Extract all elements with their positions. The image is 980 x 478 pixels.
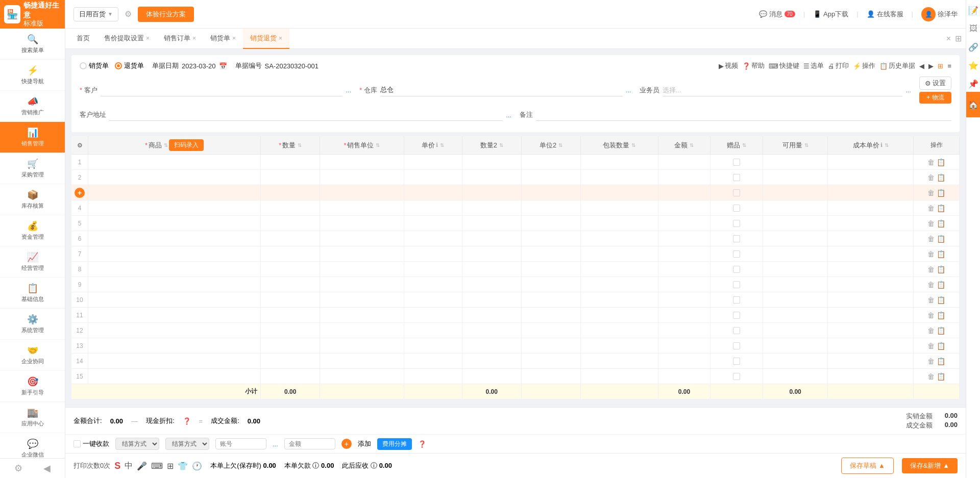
add-payment-btn[interactable]: + bbox=[341, 439, 352, 449]
row-cost-12[interactable] bbox=[828, 323, 914, 338]
amount-input[interactable] bbox=[284, 438, 335, 449]
qty-sort-icon[interactable]: ⇅ bbox=[298, 142, 302, 148]
row-amount-10[interactable] bbox=[658, 292, 710, 308]
row-qty2-9[interactable] bbox=[462, 277, 521, 292]
row-unit2-13[interactable] bbox=[521, 338, 580, 354]
row-price-4[interactable] bbox=[404, 200, 462, 216]
row-gift-13[interactable] bbox=[710, 338, 763, 354]
sidebar-item-system[interactable]: ⚙️系统管理 bbox=[0, 309, 65, 340]
row-price-1[interactable] bbox=[404, 155, 462, 170]
account-number-input[interactable] bbox=[215, 438, 266, 449]
row-qty2-14[interactable] bbox=[462, 354, 521, 369]
sidebar-item-guide[interactable]: 🎯新手引导 bbox=[0, 371, 65, 402]
row-price-3[interactable] bbox=[404, 185, 462, 200]
row-price-7[interactable] bbox=[404, 246, 462, 262]
row-pack-qty-1[interactable] bbox=[581, 155, 658, 170]
row-gift-12[interactable] bbox=[710, 323, 763, 338]
row-pack-qty-13[interactable] bbox=[581, 338, 658, 354]
row-unit2-8[interactable] bbox=[521, 262, 580, 277]
row-unit2-7[interactable] bbox=[521, 246, 580, 262]
price-sort-icon[interactable]: ⇅ bbox=[440, 142, 444, 148]
save-draft-btn[interactable]: 保存草稿 ▲ bbox=[841, 458, 894, 474]
row-qty2-13[interactable] bbox=[462, 338, 521, 354]
row-amount-1[interactable] bbox=[658, 155, 710, 170]
row-amount-12[interactable] bbox=[658, 323, 710, 338]
row-unit2-4[interactable] bbox=[521, 200, 580, 216]
row-qty-13[interactable] bbox=[261, 338, 320, 354]
row-copy-icon-3[interactable]: 📋 bbox=[937, 189, 945, 197]
row-price-11[interactable] bbox=[404, 308, 462, 323]
row-price-6[interactable] bbox=[404, 231, 462, 246]
help-icon[interactable]: ❓ bbox=[183, 417, 191, 425]
row-qty-7[interactable] bbox=[261, 246, 320, 262]
sidebar-bottom[interactable]: ⚙ ◀ bbox=[0, 458, 65, 478]
row-product-7[interactable] bbox=[88, 246, 261, 262]
nav-prev-icon[interactable]: ◀ bbox=[919, 62, 924, 70]
row-amount-8[interactable] bbox=[658, 262, 710, 277]
row-qty2-6[interactable] bbox=[462, 231, 521, 246]
row-sale-unit-8[interactable] bbox=[320, 262, 404, 277]
row-product-4[interactable] bbox=[88, 200, 261, 216]
row-gift-11[interactable] bbox=[710, 308, 763, 323]
sidebar-item-purchase[interactable]: 🛒采购管理 bbox=[0, 153, 65, 184]
row-cost-1[interactable] bbox=[828, 155, 914, 170]
row-delete-icon-3[interactable]: 🗑 bbox=[927, 189, 935, 197]
row-copy-icon-1[interactable]: 📋 bbox=[937, 158, 945, 166]
row-gift-3[interactable] bbox=[710, 185, 763, 200]
row-delete-icon-5[interactable]: 🗑 bbox=[927, 219, 935, 228]
price-info-icon[interactable]: ℹ bbox=[436, 142, 438, 148]
row-available-5[interactable] bbox=[763, 216, 828, 231]
row-copy-icon-10[interactable]: 📋 bbox=[937, 296, 945, 304]
tab-sale-price[interactable]: 售价提取设置× bbox=[97, 29, 157, 49]
th-settings[interactable]: ⚙ bbox=[71, 136, 88, 155]
row-cost-15[interactable] bbox=[828, 369, 914, 384]
table-scroll[interactable]: ⚙ *商品 ⇅ 扫码录入 *数量⇅ bbox=[71, 136, 960, 399]
row-product-10[interactable] bbox=[88, 292, 261, 308]
tab-sale-return[interactable]: 销货退货× bbox=[243, 29, 289, 49]
gift-checkbox-5[interactable] bbox=[733, 220, 740, 227]
product-sort-icon[interactable]: ⇅ bbox=[164, 142, 168, 148]
settle-method-select[interactable]: 结算方式 bbox=[115, 438, 159, 450]
row-qty-5[interactable] bbox=[261, 216, 320, 231]
row-delete-icon-13[interactable]: 🗑 bbox=[927, 342, 935, 350]
tabbar-close-btn[interactable]: × bbox=[946, 34, 951, 43]
row-sale-unit-12[interactable] bbox=[320, 323, 404, 338]
sale-unit-sort-icon[interactable]: ⇅ bbox=[376, 142, 380, 148]
row-available-7[interactable] bbox=[763, 246, 828, 262]
help-btn[interactable]: ❓ 帮助 bbox=[742, 61, 765, 70]
row-unit2-10[interactable] bbox=[521, 292, 580, 308]
row-sale-unit-13[interactable] bbox=[320, 338, 404, 354]
row-available-14[interactable] bbox=[763, 354, 828, 369]
row-sale-unit-4[interactable] bbox=[320, 200, 404, 216]
radio-return[interactable]: 退货单 bbox=[115, 61, 144, 70]
grid-view-icon[interactable]: ⊞ bbox=[938, 62, 943, 70]
row-cost-3[interactable] bbox=[828, 185, 914, 200]
operations-btn[interactable]: ⚡ 操作 bbox=[853, 61, 875, 70]
row-sale-unit-7[interactable] bbox=[320, 246, 404, 262]
gift-checkbox-12[interactable] bbox=[733, 327, 740, 334]
tabbar-maximize-btn[interactable]: ⊞ bbox=[955, 34, 962, 43]
row-pack-qty-2[interactable] bbox=[581, 170, 658, 185]
row-qty2-12[interactable] bbox=[462, 323, 521, 338]
row-copy-icon-7[interactable]: 📋 bbox=[937, 250, 945, 258]
row-sale-unit-3[interactable] bbox=[320, 185, 404, 200]
row-delete-icon-7[interactable]: 🗑 bbox=[927, 250, 935, 258]
notification-btn[interactable]: 💬 消息 70 bbox=[759, 10, 795, 19]
row-pack-qty-6[interactable] bbox=[581, 231, 658, 246]
right-panel-link-icon[interactable]: 🔗 bbox=[967, 41, 979, 53]
row-sale-unit-11[interactable] bbox=[320, 308, 404, 323]
row-copy-icon-12[interactable]: 📋 bbox=[937, 326, 945, 335]
right-panel-home-icon[interactable]: 🏠 bbox=[966, 92, 981, 117]
row-pack-qty-11[interactable] bbox=[581, 308, 658, 323]
row-sale-unit-10[interactable] bbox=[320, 292, 404, 308]
scan-btn[interactable]: 扫码录入 bbox=[169, 139, 204, 151]
row-qty2-1[interactable] bbox=[462, 155, 521, 170]
row-unit2-15[interactable] bbox=[521, 369, 580, 384]
unit2-sort-icon[interactable]: ⇅ bbox=[558, 142, 562, 148]
row-price-14[interactable] bbox=[404, 354, 462, 369]
row-product-1[interactable] bbox=[88, 155, 261, 170]
row-delete-icon-10[interactable]: 🗑 bbox=[927, 296, 935, 304]
row-product-11[interactable] bbox=[88, 308, 261, 323]
tab-sale-out[interactable]: 销货单× bbox=[203, 29, 243, 49]
row-product-5[interactable] bbox=[88, 216, 261, 231]
